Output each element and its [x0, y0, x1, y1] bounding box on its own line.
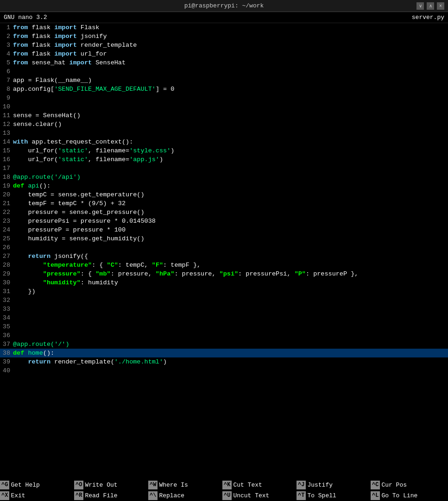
line-content: from flask import jsonify [13, 32, 448, 41]
code-line: 6 [0, 67, 448, 76]
line-content [13, 322, 448, 331]
shortcut-item: ^JJustify [297, 481, 371, 489]
line-content [13, 243, 448, 252]
code-line: 12sense.clear() [0, 120, 448, 129]
line-content: pressure = sense.get_pressure() [13, 208, 448, 217]
line-number: 30 [0, 278, 13, 287]
line-content: tempF = tempC * (9/5) + 32 [13, 199, 448, 208]
line-number: 7 [0, 76, 13, 85]
line-content: def home(): [13, 349, 448, 357]
shortcut-key: ^X [0, 491, 9, 500]
shortcut-label: Exit [11, 491, 25, 500]
code-area: 1from flask import Flask2from flask impo… [0, 23, 448, 482]
line-content: from sense_hat import SenseHat [13, 58, 448, 67]
shortcut-label: Justify [307, 481, 333, 489]
shortcut-item: ^OWrite Out [74, 481, 148, 489]
line-number: 35 [0, 322, 13, 331]
shortcut-label: Read File [85, 491, 117, 500]
line-number: 6 [0, 67, 13, 76]
line-number: 11 [0, 111, 13, 120]
shortcut-label: Cur Pos [381, 481, 407, 489]
shortcut-key: ^K [222, 481, 232, 489]
shortcut-item: ^GGet Help [0, 481, 74, 489]
line-content: pressureP = pressure * 100 [13, 225, 448, 234]
filename: server.py [412, 13, 444, 22]
minimize-button[interactable]: ∨ [416, 2, 424, 10]
shortcut-key: ^T [297, 491, 306, 500]
shortcut-item: ^RRead File [74, 491, 148, 500]
window-controls[interactable]: ∨ ∧ × [416, 2, 444, 10]
maximize-button[interactable]: ∧ [427, 2, 434, 10]
line-content: tempC = sense.get_temperature() [13, 190, 448, 199]
line-number: 34 [0, 313, 13, 322]
code-line: 29 "pressure": { "mb": pressure, "hPa": … [0, 269, 448, 278]
shortcut-key: ^\ [148, 491, 158, 500]
line-content: def api(): [13, 182, 448, 190]
shortcut-item: ^KCut Text [222, 481, 297, 489]
line-content: url_for('static', filename='app.js') [13, 155, 448, 164]
code-line: 17 [0, 164, 448, 173]
line-number: 32 [0, 296, 13, 305]
shortcut-label: Cut Text [233, 481, 262, 489]
app-name: GNU nano 3.2 [4, 13, 47, 22]
code-line: 15 url_for('static', filename='style.css… [0, 146, 448, 155]
shortcut-bar-1: ^GGet Help^OWrite Out^WWhere Is^KCut Tex… [0, 480, 448, 490]
line-number: 4 [0, 50, 13, 58]
code-line: 5from sense_hat import SenseHat [0, 58, 448, 67]
line-content [13, 164, 448, 173]
shortcut-key: ^L [371, 491, 380, 500]
shortcut-label: Get Help [11, 481, 39, 489]
line-number: 9 [0, 94, 13, 102]
shortcut-label: Go To Line [381, 491, 417, 500]
shortcut-key: ^W [148, 481, 158, 489]
code-line: 32 [0, 296, 448, 305]
code-line: 14with app.test_request_context(): [0, 138, 448, 146]
code-line: 36 [0, 331, 448, 340]
line-number: 24 [0, 225, 13, 234]
code-line: 7app = Flask(__name__) [0, 76, 448, 85]
code-line: 2from flask import jsonify [0, 32, 448, 41]
line-number: 19 [0, 182, 13, 190]
line-content: app = Flask(__name__) [13, 76, 448, 85]
line-number: 22 [0, 208, 13, 217]
title-bar: pi@raspberrypi: ~/work ∨ ∧ × [0, 0, 448, 12]
shortcut-item: ^CCur Pos [371, 481, 445, 489]
line-number: 40 [0, 366, 13, 375]
code-line: 25 humidity = sense.get_humidity() [0, 234, 448, 243]
code-line: 34 [0, 313, 448, 322]
code-line: 28 "temperature": { "C": tempC, "F": tem… [0, 261, 448, 269]
line-content [13, 296, 448, 305]
line-content [13, 67, 448, 76]
line-number: 10 [0, 102, 13, 111]
line-content: from flask import url_for [13, 50, 448, 58]
code-line: 26 [0, 243, 448, 252]
code-line: 27 return jsonify({ [0, 252, 448, 261]
line-content: "humidity": humidity [13, 278, 448, 287]
line-content: return jsonify({ [13, 252, 448, 261]
shortcut-item: ^\Replace [148, 491, 222, 500]
code-line: 11sense = SenseHat() [0, 111, 448, 120]
line-content: url_for('static', filename='style.css') [13, 146, 448, 155]
line-number: 15 [0, 146, 13, 155]
line-number: 33 [0, 305, 13, 313]
line-number: 17 [0, 164, 13, 173]
close-button[interactable]: × [437, 2, 444, 10]
line-number: 25 [0, 234, 13, 243]
line-number: 5 [0, 58, 13, 67]
shortcut-item: ^LGo To Line [371, 491, 445, 500]
line-number: 21 [0, 199, 13, 208]
line-number: 8 [0, 85, 13, 94]
line-number: 26 [0, 243, 13, 252]
code-line: 8app.config['SEND_FILE_MAX_AGE_DEFAULT']… [0, 85, 448, 94]
shortcut-key: ^R [74, 491, 83, 500]
shortcut-key: ^C [371, 481, 380, 489]
code-line: 13 [0, 129, 448, 138]
line-content: with app.test_request_context(): [13, 138, 448, 146]
line-number: 31 [0, 287, 13, 296]
code-line: 10 [0, 102, 448, 111]
line-number: 14 [0, 138, 13, 146]
line-number: 28 [0, 261, 13, 269]
code-line: 20 tempC = sense.get_temperature() [0, 190, 448, 199]
line-content: @app.route('/') [13, 340, 448, 349]
line-content: from flask import render_template [13, 41, 448, 50]
